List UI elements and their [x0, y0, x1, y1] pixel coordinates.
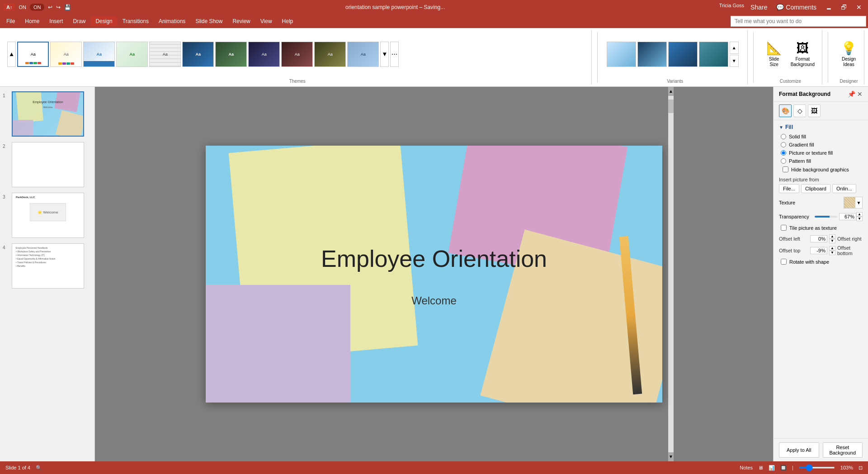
slide-thumb-4[interactable]: 4 Employee Personnel Handbook • Workplac… — [2, 242, 93, 289]
menu-slideshow[interactable]: Slide Show — [191, 16, 227, 26]
restore-button[interactable]: 🗗 — [838, 3, 850, 12]
rotate-shape-checkbox[interactable] — [781, 259, 787, 265]
effects-tool-button[interactable]: ◇ — [793, 104, 806, 117]
zoom-slider[interactable] — [799, 467, 835, 469]
texture-dropdown-button[interactable]: ▼ — [855, 197, 863, 209]
variant-3[interactable] — [668, 42, 698, 67]
hide-backgrounds-option[interactable]: Hide background graphics — [783, 166, 863, 172]
offset-top-input[interactable] — [810, 247, 827, 254]
theme-integral[interactable]: Aa — [83, 42, 115, 67]
theme-metropolitan[interactable]: Aa — [182, 42, 214, 67]
undo-icon[interactable]: ↩ — [48, 4, 52, 10]
format-background-button[interactable]: 🖼 FormatBackground — [787, 39, 818, 69]
pattern-fill-radio[interactable] — [781, 158, 786, 164]
transparency-value-input[interactable] — [839, 213, 856, 220]
menu-home[interactable]: Home — [20, 16, 44, 26]
fit-page-icon[interactable]: ⊡ — [859, 465, 863, 471]
save-icon[interactable]: 💾 — [64, 4, 71, 10]
theme-organic[interactable]: Aa — [215, 42, 247, 67]
fill-tool-button[interactable]: 🎨 — [779, 104, 792, 117]
view-outline-icon[interactable]: 📊 — [769, 465, 775, 471]
theme-ion-boardroom[interactable]: Aa — [149, 42, 181, 67]
menu-draw[interactable]: Draw — [68, 16, 90, 26]
search-input[interactable] — [731, 16, 866, 27]
reset-background-button[interactable]: Reset Background — [823, 442, 863, 458]
slide-subtitle[interactable]: Welcome — [411, 294, 457, 307]
notes-button[interactable]: Notes — [740, 465, 753, 470]
minimize-button[interactable]: 🗕 — [823, 3, 835, 12]
view-slide-icon[interactable]: 🔲 — [780, 465, 787, 471]
autosave-toggle[interactable]: ON — [30, 4, 45, 11]
share-button[interactable]: Share — [748, 3, 770, 12]
theme-wisp[interactable]: Aa — [347, 42, 379, 67]
theme-ion[interactable]: Aa — [116, 42, 148, 67]
texture-control[interactable]: ▼ — [844, 197, 863, 209]
tile-texture-checkbox[interactable] — [781, 225, 787, 231]
pattern-fill-option[interactable]: Pattern fill — [781, 158, 863, 164]
apply-to-all-button[interactable]: Apply to All — [779, 442, 819, 458]
menu-transitions[interactable]: Transitions — [118, 16, 153, 26]
menu-animations[interactable]: Animations — [154, 16, 190, 26]
variants-scroll-up[interactable]: ▲ — [730, 42, 739, 54]
menu-insert[interactable]: Insert — [45, 16, 67, 26]
themes-scroll-up[interactable]: ▲ — [7, 42, 16, 67]
solid-fill-radio[interactable] — [781, 134, 786, 139]
offset-left-input[interactable] — [810, 235, 827, 242]
variant-4[interactable] — [699, 42, 728, 67]
menu-view[interactable]: View — [256, 16, 277, 26]
slide-title[interactable]: Employee Orientation — [321, 245, 547, 272]
menu-review[interactable]: Review — [228, 16, 255, 26]
picture-tool-button[interactable]: 🖼 — [808, 104, 821, 117]
slide-thumb-1[interactable]: 1 Employee Orientation Welcome — [2, 90, 93, 137]
offset-left-up[interactable]: ▲ — [829, 234, 835, 239]
offset-left-down[interactable]: ▼ — [829, 239, 835, 243]
picture-fill-radio[interactable] — [781, 150, 786, 156]
view-normal-icon[interactable]: 🖥 — [758, 465, 763, 470]
close-button[interactable]: ✕ — [854, 3, 864, 12]
offset-top-down[interactable]: ▼ — [829, 251, 835, 255]
rotate-shape-option[interactable]: Rotate with shape — [781, 259, 863, 265]
variants-scroll-down[interactable]: ▼ — [730, 55, 739, 67]
online-button[interactable]: Onlin... — [832, 184, 856, 193]
gradient-fill-radio[interactable] — [781, 142, 786, 147]
tile-texture-option[interactable]: Tile picture as texture — [781, 225, 863, 231]
variant-2[interactable] — [637, 42, 667, 67]
theme-office2[interactable]: Aa — [50, 42, 82, 67]
panel-close-button[interactable]: ✕ — [857, 90, 863, 98]
slide-size-button[interactable]: 📐 SlideSize — [763, 39, 786, 69]
slide-canvas[interactable]: Employee Orientation Welcome — [206, 146, 662, 403]
redo-icon[interactable]: ↪ — [56, 4, 61, 10]
transparency-slider[interactable] — [815, 216, 837, 218]
insert-picture-section: Insert picture from File... Clipboard On… — [779, 177, 863, 193]
accessibility-info: 🔍 — [36, 465, 42, 470]
theme-slice[interactable]: Aa — [314, 42, 346, 67]
transparency-down-button[interactable]: ▼ — [856, 217, 863, 221]
theme-office[interactable]: Aa — [17, 42, 49, 67]
menu-help[interactable]: Help — [278, 16, 298, 26]
variant-1[interactable] — [607, 42, 636, 67]
offset-top-up[interactable]: ▲ — [829, 246, 835, 251]
comments-button[interactable]: 💬 Comments — [774, 3, 819, 12]
canvas-area[interactable]: ▲ ▼ Employee Orientation Welcome — [95, 87, 773, 461]
canvas-scrollbar[interactable]: ▲ ▼ — [668, 87, 674, 461]
theme-retrospect[interactable]: Aa — [281, 42, 313, 67]
solid-fill-option[interactable]: Solid fill — [781, 134, 863, 139]
slide-thumb-2[interactable]: 2 — [2, 141, 93, 188]
theme-parallax[interactable]: Aa — [248, 42, 280, 67]
texture-preview[interactable] — [844, 197, 855, 209]
file-button[interactable]: File... — [779, 184, 799, 193]
themes-label: Themes — [7, 78, 588, 85]
design-ideas-button[interactable]: 💡 DesignIdeas — [837, 39, 860, 69]
transparency-up-button[interactable]: ▲ — [856, 212, 863, 217]
menu-design[interactable]: Design — [91, 16, 117, 26]
menu-file[interactable]: File — [2, 16, 19, 26]
picture-fill-option[interactable]: Picture or texture fill — [781, 150, 863, 156]
slide-thumb-3[interactable]: 3 ParkDeck, LLC ⭐ Welcome — [2, 192, 93, 239]
fill-section-header[interactable]: ▼ Fill — [779, 124, 863, 130]
themes-scroll-down[interactable]: ▼ — [380, 42, 389, 67]
themes-more[interactable]: ⋯ — [390, 42, 399, 67]
panel-pin-button[interactable]: 📌 — [848, 90, 855, 98]
hide-backgrounds-checkbox[interactable] — [783, 166, 788, 172]
clipboard-button[interactable]: Clipboard — [801, 184, 830, 193]
gradient-fill-option[interactable]: Gradient fill — [781, 142, 863, 147]
